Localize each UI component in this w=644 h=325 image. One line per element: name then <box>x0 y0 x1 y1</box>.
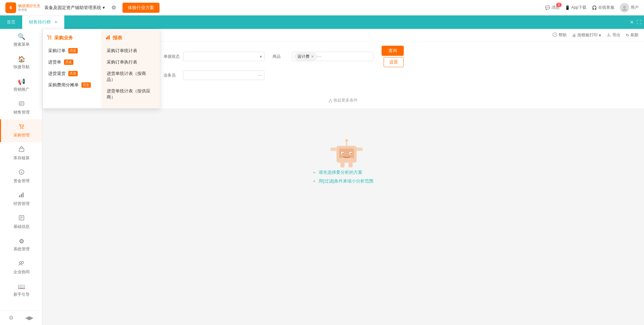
empty-illustration <box>326 136 360 163</box>
order-status-wrap[interactable]: ▾ <box>183 52 264 61</box>
dropdown-arrow-icon: ▾ <box>103 5 105 10</box>
svg-rect-12 <box>19 195 20 197</box>
goods-chip-label: 设计费 <box>297 54 310 59</box>
user-action[interactable]: 用户 <box>620 3 639 12</box>
menu-item-purchase-expense[interactable]: 采购费用分摊单 历史 <box>47 79 97 91</box>
purchase-in-stats-goods-label: 进货单统计表（按商品） <box>107 71 154 83</box>
sidebar-quick-nav-label: 快捷导航 <box>13 64 30 70</box>
goods-chip-design: 设计费 ✕ <box>294 53 317 60</box>
sales-icon <box>19 100 25 108</box>
tab-close-icon[interactable]: ✕ <box>54 20 58 25</box>
svg-point-35 <box>345 139 348 142</box>
menu-item-purchase-order[interactable]: 采购订单 历史 <box>47 45 97 56</box>
order-status-dropdown-icon: ▾ <box>260 54 262 59</box>
sidebar-item-guide[interactable]: 📖 新手引导 <box>0 279 42 301</box>
settings-icon[interactable]: ⚙ <box>109 3 118 12</box>
menu-section-purchase-title: 采购业务 <box>47 35 97 41</box>
system-title-text: 装备及固定资产辅助管理系统 <box>44 5 101 11</box>
menu-section-report-label: 报表 <box>113 35 122 41</box>
svg-rect-40 <box>109 35 110 39</box>
menu-section-purchase: 采购业务 采购订单 历史 进货单 历史 进货退货 历史 采购费用分摊单 历史 <box>43 29 101 108</box>
system-icon: ⚙ <box>19 238 24 245</box>
guide-icon: 📖 <box>18 283 25 290</box>
svg-point-2 <box>623 6 626 8</box>
sidebar-finance-label: 资金管理 <box>13 178 30 184</box>
industry-btn[interactable]: 体验行业方案 <box>122 3 159 13</box>
svg-point-3 <box>622 9 627 11</box>
menu-item-purchase-in-stats-supplier[interactable]: 进货单统计表（按供应商） <box>105 85 156 103</box>
sidebar-system-label: 系统管理 <box>13 246 30 252</box>
purchase-return-history: 历史 <box>68 71 78 76</box>
sidebar-settings-icon[interactable]: ⚙ <box>9 315 13 321</box>
order-status-field: 单据状态 ▾ <box>164 52 264 61</box>
purchase-dropdown-menu: 采购业务 采购订单 历史 进货单 历史 进货退货 历史 采购费用分摊单 历史 报… <box>42 29 160 109</box>
message-badge: 9 <box>556 3 562 7</box>
menu-item-purchase-return[interactable]: 进货退货 历史 <box>47 68 97 79</box>
tab-home[interactable]: 首页 <box>0 15 22 29</box>
goods-tags: 设计费 ✕ <box>294 53 317 60</box>
sidebar-search-label: 搜索菜单 <box>13 42 30 47</box>
tab-sales-rank[interactable]: 销售排行榜 ✕ <box>22 15 64 29</box>
sidebar-item-finance[interactable]: ¥ 资金管理 <box>0 165 42 188</box>
menu-item-purchase-in-stats-goods[interactable]: 进货单统计表（按商品） <box>105 68 156 85</box>
svg-rect-13 <box>21 194 22 197</box>
help-label: 帮助 <box>559 32 567 38</box>
sidebar-basic-info-label: 基础信息 <box>13 224 30 230</box>
sidebar-item-quick-nav[interactable]: 🏠 快捷导航 <box>0 51 42 74</box>
print-action[interactable]: 🖨 按模板打印 ▾ <box>572 32 601 38</box>
print-label: 按模板打印 <box>577 32 598 38</box>
tab-close-all-icon[interactable]: ✕ <box>630 19 634 25</box>
svg-point-8 <box>23 128 24 129</box>
sidebar-item-search[interactable]: 🔍 搜索菜单 <box>0 29 42 51</box>
refresh-action[interactable]: ↻ 刷新 <box>626 32 639 38</box>
salesperson-more-icon[interactable]: ··· <box>258 72 262 78</box>
sidebar-item-sales[interactable]: 销售管理 <box>0 96 42 119</box>
tab-home-label: 首页 <box>7 19 15 25</box>
purchase-order-stats-label: 采购订单统计表 <box>107 48 137 54</box>
query-button[interactable]: 查询 <box>382 46 404 56</box>
goods-more-icon[interactable]: ··· <box>317 53 321 59</box>
goods-chip-close[interactable]: ✕ <box>311 54 314 59</box>
svg-point-7 <box>21 128 22 129</box>
sidebar-item-system[interactable]: ⚙ 系统管理 <box>0 234 42 256</box>
help-action[interactable]: ? 帮助 <box>552 32 567 38</box>
sidebar-purchase-label: 采购管理 <box>13 132 30 138</box>
set-button[interactable]: 设置 <box>384 57 404 67</box>
sidebar-item-marketing[interactable]: 📢 营销推广 <box>0 74 42 96</box>
menu-section-report: 报表 采购订单统计表 采购订单执行表 进货单统计表（按商品） 进货单统计表（按供… <box>101 29 160 108</box>
svg-point-28 <box>342 153 344 154</box>
menu-item-purchase-order-stats[interactable]: 采购订单统计表 <box>105 45 156 56</box>
menu-item-purchase-order-exec[interactable]: 采购订单执行表 <box>105 56 156 68</box>
salesperson-input[interactable] <box>185 73 258 78</box>
sidebar-item-purchase[interactable]: 采购管理 <box>0 119 42 142</box>
tab-expand-icon[interactable]: ⛶ <box>637 19 641 25</box>
collapse-button[interactable]: ⋀ 收起更多条件 <box>329 97 358 103</box>
sidebar-item-basic-info[interactable]: 基础信息 <box>0 211 42 234</box>
svg-rect-4 <box>19 102 24 105</box>
inventory-icon <box>19 146 25 154</box>
sidebar-collapse-icon[interactable]: ◀▶ <box>25 315 33 321</box>
app-download-action[interactable]: 📱 App下载 <box>565 5 586 10</box>
sidebar-item-enterprise[interactable]: 企业协同 <box>0 256 42 279</box>
order-status-label: 单据状态 <box>164 54 180 59</box>
sidebar-item-operations[interactable]: 经营管理 <box>0 188 42 211</box>
export-action[interactable]: 导出 <box>606 32 620 38</box>
sidebar-item-inventory[interactable]: 库存核算 <box>0 142 42 165</box>
salesperson-wrap[interactable]: ··· <box>183 71 264 80</box>
order-status-input[interactable] <box>185 54 260 59</box>
message-action[interactable]: 💬 消息 9 <box>545 5 560 10</box>
logo-icon: 6 <box>5 2 16 13</box>
empty-line2-text: 用[过滤]条件来缩小分析范围 <box>319 178 373 184</box>
header-right: 💬 消息 9 📱 App下载 🎧 在线客服 用户 <box>545 3 639 12</box>
logo-area: 6 畅捷通好生意 标准版 <box>5 2 40 13</box>
system-selector[interactable]: 装备及固定资产辅助管理系统 ▾ <box>44 5 105 11</box>
goods-input-wrap[interactable]: 设计费 ✕ ··· <box>292 52 373 61</box>
menu-section-purchase-label: 采购业务 <box>54 35 73 41</box>
svg-rect-39 <box>107 36 108 39</box>
export-label: 导出 <box>612 32 620 38</box>
user-label: 用户 <box>631 5 639 10</box>
online-service-action[interactable]: 🎧 在线客服 <box>592 5 614 10</box>
svg-rect-30 <box>341 163 345 167</box>
menu-item-purchase-in[interactable]: 进货单 历史 <box>47 56 97 68</box>
svg-text:6: 6 <box>10 5 12 10</box>
